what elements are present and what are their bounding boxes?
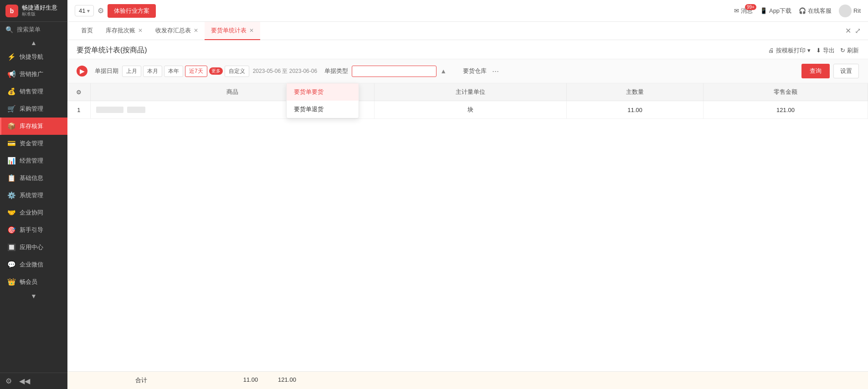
topbar-left: 41 ▾ ⚙ 体验行业方案 [75, 4, 729, 18]
basic-info-icon: 📋 [7, 174, 16, 182]
tab-home[interactable]: 首页 [75, 22, 99, 40]
tab-inventory-batch-close[interactable]: ✕ [138, 27, 143, 34]
sidebar-item-purchase[interactable]: 🛒 采购管理 [0, 100, 67, 118]
sidebar-item-operations[interactable]: 📊 经营管理 [0, 152, 67, 169]
tab-inventory-batch[interactable]: 库存批次账 ✕ [99, 22, 149, 40]
enterprise-icon: 🤝 [7, 209, 16, 217]
product-placeholder-2 [127, 107, 145, 113]
topbar-gear-icon[interactable]: ⚙ [98, 6, 104, 15]
app-version: 标准版 [22, 11, 57, 17]
marketing-icon: 📢 [7, 70, 16, 78]
col-product-label: 商品 [226, 88, 238, 95]
export-icon: ⬇ [816, 47, 821, 54]
filter-btn-last-7-days[interactable]: 近7天 [185, 66, 207, 77]
dropdown-item-demand-order[interactable]: 要货单要货 [287, 83, 359, 101]
row-quantity: 11.00 [566, 101, 703, 119]
member-icon: 👑 [7, 278, 16, 286]
filter-type-input[interactable] [352, 66, 437, 77]
inventory-label: 库存核算 [20, 122, 43, 130]
finance-icon: 💳 [7, 139, 16, 148]
filter-type-group: 单据类型 ▲ [324, 66, 447, 77]
online-service-btn[interactable]: 🎧 在线客服 [799, 7, 832, 15]
download-icon: 📱 [760, 7, 767, 14]
sidebar-item-wechat[interactable]: 💬 企业微信 [0, 256, 67, 273]
product-placeholder-1 [96, 107, 123, 113]
search-menu-label: 搜索菜单 [17, 26, 41, 34]
sidebar-scroll-up[interactable]: ▲ [0, 37, 67, 48]
type-dropdown: 要货单要货 要货单退货 [286, 83, 359, 118]
print-btn[interactable]: 🖨 按模板打印 ▾ [768, 46, 811, 55]
row-unit: 块 [375, 101, 567, 119]
close-all-icon[interactable]: ✕ [845, 26, 851, 35]
industry-btn[interactable]: 体验行业方案 [108, 4, 156, 18]
filter-btn-this-month[interactable]: 本月 [143, 66, 162, 77]
row-index: 1 [67, 101, 90, 119]
settings-icon[interactable]: ⚙ [5, 377, 12, 385]
inventory-icon: 📦 [7, 122, 16, 130]
tab-demand-stats[interactable]: 要货单统计表 ✕ [205, 22, 260, 40]
messages-btn[interactable]: ✉ 消息 99+ [734, 7, 753, 15]
footer-unit-spacer [187, 376, 232, 384]
filter-date-range: 2023-05-06 至 2023-06-06 [253, 67, 317, 75]
search-menu[interactable]: 🔍 搜索菜单 [0, 22, 67, 37]
tab-receivable-summary[interactable]: 收发存汇总表 ✕ [149, 22, 205, 40]
query-btn[interactable]: 查询 [801, 64, 830, 78]
filter-btn-last-month[interactable]: 上月 [122, 66, 141, 77]
page-header: 要货单统计表(按商品) 🖨 按模板打印 ▾ ⬇ 导出 ↻ 刷新 [67, 40, 868, 59]
user-menu[interactable]: Rit [839, 5, 861, 17]
filter-expand-btn[interactable]: ▶ [77, 66, 87, 77]
content-area: 要货单统计表(按商品) 🖨 按模板打印 ▾ ⬇ 导出 ↻ 刷新 ▶ [67, 40, 868, 389]
filter-type-arrow-icon[interactable]: ▲ [440, 67, 447, 75]
quick-nav-icon: ⚡ [7, 53, 16, 61]
sidebar-item-finance[interactable]: 💳 资金管理 [0, 135, 67, 152]
sidebar-item-sales[interactable]: 💰 销售管理 [0, 83, 67, 100]
filter-btn-this-year[interactable]: 本年 [164, 66, 183, 77]
tabs-bar: 首页 库存批次账 ✕ 收发存汇总表 ✕ 要货单统计表 ✕ ✕ ⤢ [67, 22, 868, 40]
print-arrow-icon: ▾ [807, 47, 811, 54]
settings-btn[interactable]: 设置 [833, 64, 859, 78]
sidebar-bottom: ⚙ ◀◀ [0, 373, 67, 389]
online-service-label: 在线客服 [808, 7, 832, 15]
filter-more-badge[interactable]: 更多 [209, 67, 223, 75]
sales-icon: 💰 [7, 87, 16, 96]
col-settings-header[interactable]: ⚙ [67, 83, 90, 101]
avatar [839, 5, 852, 17]
sidebar-item-quick-nav[interactable]: ⚡ 快捷导航 [0, 48, 67, 66]
tab-receivable-summary-label: 收发存汇总表 [155, 26, 191, 35]
sidebar-item-basic-info[interactable]: 📋 基础信息 [0, 169, 67, 187]
filter-date-btns: 上月 本月 本年 近7天 更多 自定义 [122, 66, 249, 77]
export-btn[interactable]: ⬇ 导出 [816, 46, 835, 55]
sidebar-item-marketing[interactable]: 📢 营销推广 [0, 66, 67, 83]
sidebar-item-inventory[interactable]: 📦 库存核算 [0, 118, 67, 135]
refresh-btn[interactable]: ↻ 刷新 [840, 46, 859, 55]
tab-demand-stats-close[interactable]: ✕ [249, 27, 254, 34]
sidebar-item-guide[interactable]: 🎯 新手引导 [0, 221, 67, 239]
col-quantity-label: 主数量 [626, 88, 644, 95]
sidebar-item-member[interactable]: 👑 畅会员 [0, 273, 67, 291]
maximize-icon[interactable]: ⤢ [855, 26, 861, 35]
table-row: 1 块 11.00 121.00 [67, 101, 868, 119]
collapse-icon[interactable]: ◀◀ [19, 377, 30, 385]
sidebar-scroll-down[interactable]: ▼ [0, 291, 67, 302]
sidebar-item-enterprise[interactable]: 🤝 企业协同 [0, 204, 67, 221]
main-area: 41 ▾ ⚙ 体验行业方案 ✉ 消息 99+ 📱 App下载 🎧 在线客服 R [67, 0, 868, 389]
search-icon: 🔍 [5, 26, 13, 33]
footer-total-label: 合计 [96, 376, 187, 384]
sidebar-item-app-center[interactable]: 🔲 应用中心 [0, 239, 67, 256]
table-footer: 合计 11.00 121.00 [67, 371, 868, 389]
dropdown-item-demand-return[interactable]: 要货单退货 [287, 101, 359, 118]
sales-label: 销售管理 [20, 87, 43, 96]
topbar-selector[interactable]: 41 ▾ [75, 5, 94, 16]
sidebar-item-system[interactable]: ⚙️ 系统管理 [0, 187, 67, 204]
purchase-label: 采购管理 [20, 105, 43, 113]
basic-info-label: 基础信息 [20, 174, 43, 182]
wechat-icon: 💬 [7, 261, 16, 269]
filter-warehouse-more-icon[interactable]: ··· [492, 67, 499, 76]
messages-badge: 99+ [745, 4, 756, 10]
topbar: 41 ▾ ⚙ 体验行业方案 ✉ 消息 99+ 📱 App下载 🎧 在线客服 R [67, 0, 868, 22]
service-icon: 🎧 [799, 7, 806, 14]
operations-label: 经营管理 [20, 157, 43, 165]
app-download-btn[interactable]: 📱 App下载 [760, 7, 791, 15]
filter-btn-custom[interactable]: 自定义 [225, 66, 249, 77]
tab-receivable-summary-close[interactable]: ✕ [194, 27, 198, 34]
